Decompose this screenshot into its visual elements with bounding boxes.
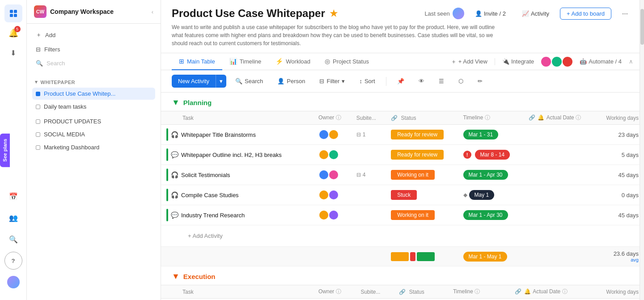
table-area: ▼ Planning Task Owner ⓘ Subite... xyxy=(161,93,644,300)
sidebar-item-product-use-case[interactable]: Product Use Case Whitep... xyxy=(32,88,155,100)
owner-info-icon[interactable]: ⓘ xyxy=(336,114,341,121)
filter-button[interactable]: ⊟ Filter ▾ xyxy=(314,75,350,87)
tabs-bar: ⊞ Main Table 📊 Timeline ⚡ Workload ◎ Pro… xyxy=(161,53,644,70)
pin-icon[interactable]: 📌 xyxy=(392,75,410,87)
eye-icon[interactable]: 👁 xyxy=(413,75,430,87)
timeline-cell[interactable]: ! Mar 8 - 14 xyxy=(458,145,523,165)
owner-info-icon[interactable]: ⓘ xyxy=(336,288,341,295)
sidebar-item-daily-team-tasks[interactable]: Daily team tasks xyxy=(32,101,155,113)
search-nav-icon[interactable]: 🔍 xyxy=(4,230,22,248)
integrate-button[interactable]: 🔌 Integrate xyxy=(499,56,538,67)
tab-main-table[interactable]: ⊞ Main Table xyxy=(172,53,222,70)
group-expand-icon[interactable]: ▼ xyxy=(172,98,180,107)
task-name[interactable]: Whitepaper Title Brainstorms xyxy=(181,131,256,138)
tab-project-status[interactable]: ◎ Project Status xyxy=(318,53,376,70)
timeline-cell[interactable]: Mar 15 - 21 xyxy=(448,299,509,300)
add-view-button[interactable]: ＋ + Add View xyxy=(447,56,491,68)
actual-info-icon2[interactable]: ⓘ xyxy=(562,288,568,295)
shapes-icon[interactable]: ⬡ xyxy=(453,75,469,87)
scrollbar[interactable] xyxy=(640,0,644,300)
execution-title: Execution xyxy=(183,273,216,280)
status-badge[interactable]: Working on it xyxy=(391,210,435,220)
new-activity-dropdown-icon[interactable]: ▾ xyxy=(216,75,226,88)
icon-bar: 🔔 5 ⬇ See plans 📅 👥 🔍 ? xyxy=(0,0,27,300)
owner-cell[interactable] xyxy=(313,205,351,225)
status-badge[interactable]: Ready for review xyxy=(391,130,444,139)
subitems-cell xyxy=(355,299,394,300)
status-cell[interactable]: Ready for review xyxy=(386,145,458,165)
timeline-cell[interactable]: Mar 1 - Apr 30 xyxy=(458,205,523,225)
favorite-star-icon[interactable]: ★ xyxy=(330,8,338,19)
status-cell[interactable]: Working on it xyxy=(386,165,458,185)
sidebar-item-marketing-dashboard[interactable]: Marketing Dashboard xyxy=(32,141,155,153)
header-actions: Last seen 👤 Invite / 2 📈 Activity + Add … xyxy=(424,8,633,20)
group-expand-icon[interactable]: ▼ xyxy=(172,272,180,281)
user-avatar[interactable] xyxy=(4,273,22,291)
home-nav-icon[interactable] xyxy=(4,4,22,22)
working-days-cell: 5 days xyxy=(589,299,644,300)
page-title-row: Product Use Case Whitepaper ★ Last seen … xyxy=(172,7,633,20)
help-nav-icon[interactable]: ? xyxy=(4,252,22,270)
status-badge[interactable]: Working on it xyxy=(391,170,435,180)
new-activity-button[interactable]: New Activity ▾ xyxy=(172,75,226,88)
owner-cell[interactable] xyxy=(313,145,351,165)
owner-cell[interactable] xyxy=(313,185,351,205)
table-row: 💬 Industry Trend Research xyxy=(161,205,644,225)
task-name[interactable]: Whitepaper Outline incl. H2, H3 breaks xyxy=(181,152,282,158)
owner-cell[interactable] xyxy=(313,125,351,145)
sidebar-actions: ＋ Add ⊟ Filters 🔍 Search xyxy=(27,24,161,74)
sidebar-collapse-btn[interactable]: ‹ xyxy=(152,8,153,15)
timeline-cell[interactable]: Mar 1 - 31 xyxy=(458,125,523,145)
task-name[interactable]: Compile Case Studies xyxy=(181,192,239,199)
rows-icon[interactable]: ☰ xyxy=(433,75,449,87)
tab-workload[interactable]: ⚡ Workload xyxy=(268,53,318,70)
see-plans-button[interactable]: See plans xyxy=(0,133,10,167)
bell-nav-icon[interactable]: 🔔 5 xyxy=(4,24,22,42)
more-options-button[interactable]: ⋯ xyxy=(617,8,633,19)
status-cell[interactable]: Working on it xyxy=(386,205,458,225)
status-cell[interactable]: Up Next xyxy=(394,299,448,300)
owner-cell[interactable] xyxy=(313,299,355,300)
task-name[interactable]: Industry Trend Research xyxy=(181,212,245,219)
timeline-badge[interactable]: Mar 1 - Apr 30 xyxy=(463,170,508,180)
sort-button[interactable]: ↕ Sort xyxy=(354,75,380,87)
timeline-info-icon2[interactable]: ⓘ xyxy=(475,288,480,295)
subitems-cell xyxy=(351,185,386,205)
download-nav-icon[interactable]: ⬇ xyxy=(4,44,22,62)
timeline-info-icon[interactable]: ⓘ xyxy=(485,114,490,121)
timeline-cell[interactable]: Mar 1 - Apr 30 xyxy=(458,165,523,185)
invite-button[interactable]: 👤 Invite / 2 xyxy=(470,8,511,19)
timeline-badge[interactable]: Mar 8 - 14 xyxy=(475,150,510,160)
whitepaper-section[interactable]: ▾ WHITEPAPER xyxy=(32,77,155,87)
collapse-icon[interactable]: ∧ xyxy=(629,58,633,65)
summary-empty xyxy=(161,247,313,266)
tab-timeline[interactable]: 📊 Timeline xyxy=(222,53,269,70)
automate-button[interactable]: 🤖 Automate / 4 xyxy=(576,56,625,67)
team-nav-icon[interactable]: 👥 xyxy=(4,209,22,227)
timeline-badge[interactable]: Mar 1 - 31 xyxy=(463,130,499,139)
timeline-cell[interactable]: ◆ May 1 xyxy=(458,185,523,205)
status-cell[interactable]: Stuck xyxy=(386,185,458,205)
sidebar-item-social-media[interactable]: SOCIAL MEDIA xyxy=(32,128,155,140)
status-badge[interactable]: Ready for review xyxy=(391,150,444,160)
task-name[interactable]: Solicit Testimonials xyxy=(181,172,230,178)
search-input[interactable]: 🔍 Search xyxy=(32,57,155,69)
person-filter-button[interactable]: 👤 Person xyxy=(272,75,310,87)
add-button[interactable]: ＋ Add xyxy=(32,28,155,42)
scrollbar-thumb[interactable] xyxy=(640,9,644,45)
search-toolbar-button[interactable]: 🔍 Search xyxy=(230,75,268,87)
page-description: We want to write and publish a use case … xyxy=(172,23,507,47)
add-to-board-button[interactable]: + Add to board xyxy=(560,8,611,20)
edit-icon[interactable]: ✏ xyxy=(472,75,488,87)
sidebar-item-product-updates[interactable]: PRODUCT UPDATES xyxy=(32,115,155,127)
calendar-nav-icon[interactable]: 📅 xyxy=(4,187,22,205)
add-activity-button[interactable]: + Add Activity xyxy=(166,229,639,243)
activity-button[interactable]: 📈 Activity xyxy=(517,8,555,19)
actual-info-icon[interactable]: ⓘ xyxy=(576,114,581,121)
timeline-badge[interactable]: Mar 1 - Apr 30 xyxy=(463,210,508,220)
filters-button[interactable]: ⊟ Filters xyxy=(32,43,155,55)
status-badge[interactable]: Stuck xyxy=(391,190,417,200)
timeline-badge[interactable]: May 1 xyxy=(469,190,495,200)
status-cell[interactable]: Ready for review xyxy=(386,125,458,145)
owner-cell[interactable] xyxy=(313,165,351,185)
